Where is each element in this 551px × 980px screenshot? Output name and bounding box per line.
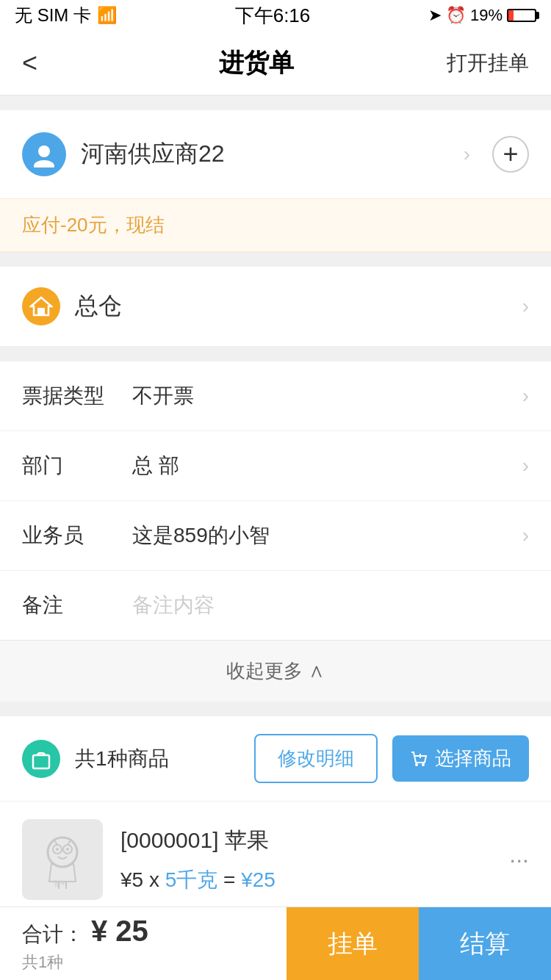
section-gap-1 (0, 96, 551, 110)
battery-icon (507, 9, 536, 22)
home-icon (29, 296, 53, 317)
product-more-button[interactable]: ··· (509, 846, 529, 873)
total-section: 合计： ¥ 25 共1种 (0, 907, 287, 980)
svg-point-5 (415, 763, 418, 766)
product-item: 智+ [0000001] 苹果 ¥5 x 5千克 = ¥25 ··· (0, 801, 551, 918)
warehouse-chevron-icon: › (522, 295, 529, 318)
salesperson-row[interactable]: 业务员 这是859的小智 › (0, 500, 551, 570)
back-button[interactable]: < (22, 48, 66, 79)
supplier-alert-bar: 应付-20元，现结 (0, 198, 551, 252)
wifi-icon: 📶 (97, 6, 117, 25)
svg-point-1 (34, 160, 54, 167)
page-title: 进货单 (219, 46, 294, 80)
supplier-name: 河南供应商22 (81, 138, 464, 170)
supplier-avatar (22, 132, 66, 176)
select-product-label: 选择商品 (435, 746, 511, 771)
product-section-card: 共1种商品 修改明细 选择商品 (0, 716, 551, 918)
warehouse-icon (22, 287, 60, 325)
invoice-type-row[interactable]: 票据类型 不开票 › (0, 361, 551, 430)
product-thumbnail: 智+ (22, 819, 103, 900)
salesperson-chevron-icon: › (522, 524, 529, 547)
open-pending-button[interactable]: 打开挂单 (447, 49, 529, 77)
product-title: 苹果 (225, 828, 269, 852)
carrier-text: 无 SIM 卡 (15, 4, 91, 27)
bottom-bar: 合计： ¥ 25 共1种 挂单 结算 (0, 907, 551, 980)
supplier-row[interactable]: 河南供应商22 › + (0, 110, 551, 198)
svg-point-12 (56, 848, 59, 851)
total-sub-text: 共1种 (22, 951, 264, 973)
nav-bar: < 进货单 打开挂单 (0, 31, 551, 96)
notes-row[interactable]: 备注 备注内容 (0, 570, 551, 640)
product-total: ¥25 (241, 868, 276, 891)
svg-point-9 (48, 837, 77, 867)
section-gap-2 (0, 252, 551, 267)
total-label: 合计： (22, 920, 84, 948)
hang-order-button[interactable]: 挂单 (287, 907, 419, 980)
warehouse-row[interactable]: 总仓 › (0, 267, 551, 346)
form-card: 票据类型 不开票 › 部门 总 部 › 业务员 这是859的小智 › 备注 备注… (0, 361, 551, 640)
notes-label: 备注 (22, 591, 110, 619)
warehouse-card: 总仓 › (0, 267, 551, 346)
svg-point-6 (422, 763, 425, 766)
svg-point-13 (66, 848, 69, 851)
total-amount-row: 合计： ¥ 25 (22, 915, 264, 948)
notes-value: 备注内容 (110, 591, 529, 619)
shopping-bag-icon (30, 748, 52, 770)
select-product-button[interactable]: 选择商品 (392, 735, 529, 782)
product-header: 共1种商品 修改明细 选择商品 (0, 716, 551, 801)
product-multiply-icon: x (149, 868, 165, 891)
product-default-icon: 智+ (33, 830, 92, 889)
invoice-type-value: 不开票 (110, 382, 515, 410)
product-info: [0000001] 苹果 ¥5 x 5千克 = ¥25 (120, 826, 509, 894)
department-chevron-icon: › (522, 454, 529, 478)
total-amount: ¥ 25 (91, 915, 148, 948)
department-label: 部门 (22, 452, 110, 480)
section-gap-3 (0, 346, 551, 361)
invoice-type-label: 票据类型 (22, 382, 110, 410)
warehouse-name: 总仓 (75, 290, 522, 323)
supplier-card: 河南供应商22 › + 应付-20元，现结 (0, 110, 551, 252)
battery-fill (508, 10, 514, 21)
add-supplier-button[interactable]: + (492, 136, 529, 173)
product-equals-icon: = (223, 868, 241, 891)
svg-point-0 (38, 145, 50, 157)
product-unit-price: ¥5 (120, 868, 143, 891)
status-bar: 无 SIM 卡 📶 下午6:16 ➤ ⏰ 19% (0, 0, 551, 31)
user-icon (31, 141, 57, 167)
section-gap-4 (0, 702, 551, 716)
location-icon: ➤ (428, 6, 442, 25)
product-price-row: ¥5 x 5千克 = ¥25 (120, 866, 509, 894)
product-count-icon (22, 740, 60, 778)
status-right: ➤ ⏰ 19% (428, 6, 536, 25)
supplier-chevron-icon: › (464, 143, 470, 166)
department-row[interactable]: 部门 总 部 › (0, 430, 551, 500)
svg-rect-3 (37, 308, 45, 315)
ellipsis-icon: ··· (509, 846, 529, 873)
status-left: 无 SIM 卡 📶 (15, 4, 117, 27)
battery-percent: 19% (470, 6, 503, 25)
status-time: 下午6:16 (235, 3, 311, 29)
modify-detail-button[interactable]: 修改明细 (254, 734, 378, 783)
cart-icon (410, 750, 428, 768)
department-value: 总 部 (110, 452, 515, 480)
svg-text:智+: 智+ (54, 879, 65, 887)
salesperson-value: 这是859的小智 (110, 522, 515, 550)
salesperson-label: 业务员 (22, 522, 110, 550)
alarm-icon: ⏰ (446, 6, 466, 25)
product-qty: 5千克 (165, 868, 218, 891)
product-count-text: 共1种商品 (75, 745, 240, 773)
product-name: [0000001] 苹果 (120, 826, 509, 856)
invoice-type-chevron-icon: › (522, 384, 529, 408)
product-code: [0000001] (120, 828, 218, 852)
svg-rect-4 (33, 755, 49, 768)
collapse-bar[interactable]: 收起更多 ∧ (0, 640, 551, 702)
checkout-button[interactable]: 结算 (419, 907, 551, 980)
